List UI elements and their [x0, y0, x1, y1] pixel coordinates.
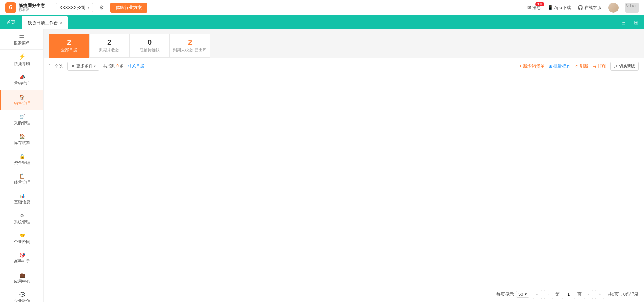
table-area — [44, 74, 644, 286]
switch-version-button[interactable]: ⇄ 切换新版 — [610, 62, 639, 71]
sidebar-label-search: 搜索菜单 — [14, 40, 30, 46]
next-page-button[interactable]: › — [584, 290, 593, 299]
sidebar-item-wechat[interactable]: 💬 企业微信 — [0, 288, 43, 302]
tab-active[interactable]: 钱货日清工作台 × — [22, 16, 68, 30]
message-button[interactable]: ✉ 消息 99+ — [527, 5, 541, 11]
top-right-area: ✉ 消息 99+ 📱 App下载 🎧 在线客服 OfTEn — [527, 3, 639, 13]
logo-area: 6 畅捷通好生意 标准版 — [5, 2, 49, 13]
sidebar-item-guide[interactable]: 🎯 新手引导 — [0, 249, 43, 268]
tab-maximize-icon[interactable]: ⊞ — [631, 18, 641, 27]
page-size-value: 50 — [518, 292, 523, 297]
app-name: 畅捷通好生意 — [19, 3, 45, 8]
company-name: XXXXXX公司 — [59, 5, 86, 11]
toolbar: 全选 ▼ 更多条件 ▾ 共找到 0 条 相关单据 + 新增销货单 ⊞ — [44, 58, 644, 74]
select-all-input[interactable] — [49, 64, 53, 68]
app-center-icon: 💼 — [19, 273, 25, 277]
tab-home[interactable]: 首页 — [0, 15, 22, 29]
sidebar-label-operations: 经营管理 — [14, 180, 30, 185]
stats-tab-pending[interactable]: 0 旺铺待确认 — [129, 34, 170, 58]
sidebar-item-marketing[interactable]: 📣 营销推广 — [0, 71, 43, 90]
stats-tab-overdue[interactable]: 2 到期未收款 — [89, 34, 129, 58]
sidebar-label-system: 系统管理 — [14, 219, 30, 225]
operations-icon: 📋 — [19, 174, 25, 178]
tab-close-icon[interactable]: × — [60, 21, 62, 25]
refresh-icon: ↻ — [575, 64, 579, 69]
sidebar-item-finance[interactable]: 🔒 资金管理 — [0, 150, 43, 170]
sidebar-item-basic-info[interactable]: 📊 基础信息 — [0, 189, 43, 209]
prev-page-button[interactable]: ‹ — [544, 290, 553, 299]
basic-info-icon: 📊 — [19, 193, 25, 198]
batch-operation-button[interactable]: ⊞ 批量操作 — [549, 63, 571, 69]
select-all-checkbox[interactable]: 全选 — [49, 63, 63, 69]
sidebar-item-quick-nav[interactable]: ⚡ 快捷导航 — [0, 50, 43, 71]
switch-icon: ⇄ — [614, 64, 618, 69]
page-prefix: 第 — [555, 291, 560, 297]
page-size-select[interactable]: 50 ▾ — [516, 291, 529, 298]
sidebar-item-purchase[interactable]: 🛒 采购管理 — [0, 110, 43, 130]
wechat-icon: 💬 — [19, 292, 25, 297]
sidebar-label-app-center: 应用中心 — [14, 279, 30, 284]
cooperation-icon: 🤝 — [19, 233, 25, 238]
tab-minimize-icon[interactable]: ⊟ — [619, 18, 628, 27]
stats-tab-all[interactable]: 2 全部单据 — [49, 34, 89, 58]
sidebar-label-sales: 销售管理 — [14, 101, 30, 106]
stats-tab-overdue-out[interactable]: 2 到期未收款 已出库 — [170, 34, 210, 58]
mobile-icon: 📱 — [548, 5, 553, 10]
found-count: 0 — [116, 64, 119, 68]
sidebar-label-inventory: 库存核算 — [14, 140, 30, 146]
print-icon: 🖨 — [592, 64, 597, 69]
related-records-link[interactable]: 相关单据 — [128, 63, 144, 69]
last-page-button[interactable]: » — [595, 290, 604, 299]
sidebar-label-marketing: 营销推广 — [14, 81, 30, 86]
select-all-label: 全选 — [55, 63, 63, 69]
logo-text: 畅捷通好生意 标准版 — [19, 3, 45, 12]
sidebar-item-cooperation[interactable]: 🤝 企业协同 — [0, 229, 43, 249]
add-sales-order-button[interactable]: + 新增销货单 — [519, 63, 545, 69]
settings-icon[interactable]: ⚙ — [96, 2, 107, 13]
stats-label-overdue: 到期未收款 — [99, 47, 119, 53]
found-text: 共找到 0 条 — [103, 63, 124, 69]
marketing-icon: 📣 — [19, 75, 25, 79]
quick-nav-icon: ⚡ — [18, 54, 26, 60]
first-page-button[interactable]: « — [533, 290, 542, 299]
sidebar-item-inventory[interactable]: 🏠 库存核算 — [0, 130, 43, 150]
company-selector[interactable]: XXXXXX公司 ▾ — [56, 3, 93, 12]
stats-wrapper: 2 全部单据 2 到期未收款 0 旺铺待确认 2 到期未收款 已出库 — [44, 29, 644, 58]
sales-icon: 🏠 — [19, 95, 25, 99]
online-service-button[interactable]: 🎧 在线客服 — [578, 5, 602, 11]
top-bar: 6 畅捷通好生意 标准版 XXXXXX公司 ▾ ⚙ 体验行业方案 ✉ 消息 99… — [0, 0, 644, 15]
experience-button[interactable]: 体验行业方案 — [110, 3, 147, 13]
sidebar-label-cooperation: 企业协同 — [14, 239, 30, 245]
sidebar-item-app-center[interactable]: 💼 应用中心 — [0, 268, 43, 288]
app-download-button[interactable]: 📱 App下载 — [548, 5, 571, 11]
sidebar-label-wechat: 企业微信 — [14, 298, 30, 302]
stats-tabs-row: 2 全部单据 2 到期未收款 0 旺铺待确认 2 到期未收款 已出库 — [49, 34, 639, 58]
user-name-area: OfTEn — [625, 3, 639, 13]
sidebar-item-system[interactable]: ⚙ 系统管理 — [0, 209, 43, 229]
chevron-down-icon: ▾ — [94, 64, 96, 68]
stats-label-all: 全部单据 — [61, 47, 77, 53]
print-button[interactable]: 🖨 打印 — [592, 63, 606, 69]
logo-icon: 6 — [5, 2, 16, 13]
sidebar-label-basic-info: 基础信息 — [14, 199, 30, 205]
headset-icon: 🎧 — [578, 5, 583, 10]
more-filters-button[interactable]: ▼ 更多条件 ▾ — [67, 62, 99, 71]
user-avatar[interactable] — [608, 3, 619, 13]
page-size-arrow: ▾ — [525, 292, 527, 297]
search-menu-icon: ☰ — [19, 33, 24, 39]
sidebar-item-operations[interactable]: 📋 经营管理 — [0, 170, 43, 189]
chevron-down-icon: ▾ — [88, 6, 89, 9]
message-icon: ✉ — [527, 5, 531, 10]
more-filters-label: 更多条件 — [76, 63, 93, 69]
tab-label: 钱货日清工作台 — [28, 20, 58, 26]
stats-label-pending: 旺铺待确认 — [140, 47, 160, 53]
tab-bar-right: ⊟ ⊞ — [619, 18, 644, 27]
refresh-button[interactable]: ↻ 刷新 — [575, 63, 588, 69]
per-page-label: 每页显示 — [496, 291, 514, 297]
page-total: 共0页，0条记录 — [608, 291, 639, 297]
page-number-input[interactable] — [562, 290, 575, 299]
page-size-selector: 每页显示 50 ▾ — [496, 291, 529, 298]
filter-icon: ▼ — [71, 64, 75, 69]
sidebar-item-sales[interactable]: 🏠 销售管理 — [0, 90, 43, 110]
sidebar-item-search-menu[interactable]: ☰ 搜索菜单 — [0, 29, 43, 50]
